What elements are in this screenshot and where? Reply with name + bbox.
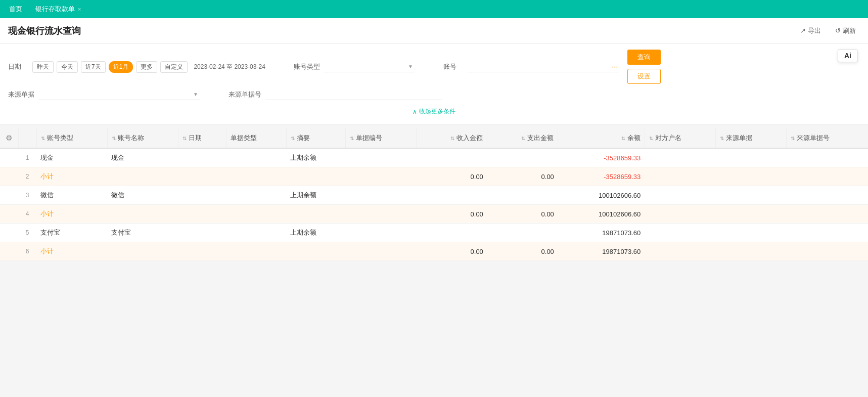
column-index: [18, 128, 36, 148]
account-no-wrapper: ···: [468, 61, 619, 72]
row-expense: [487, 224, 558, 242]
nav-tab-close-银行存取款单[interactable]: ×: [78, 6, 81, 12]
row-doc-no: [346, 205, 417, 224]
column-source-doc[interactable]: ⇅来源单据: [715, 128, 786, 148]
row-income: 0.00: [417, 242, 487, 261]
row-source-doc: [715, 167, 786, 186]
row-counterpart: [645, 148, 715, 167]
source-doc-no-label: 来源单据号: [229, 90, 261, 99]
sort-icon-account-type: ⇅: [41, 136, 45, 141]
row-account-type: 小计: [36, 205, 107, 224]
date-btn-yesterday[interactable]: 昨天: [32, 61, 54, 73]
account-no-label: 账号: [443, 62, 464, 71]
row-checkbox-cell: [0, 148, 18, 167]
column-balance[interactable]: ⇅余额: [558, 128, 645, 148]
nav-tabs: 收款单×付款单×其他收入单×应收应付调整单×银行存取款单×预收冲应收单×收款核销…: [29, 0, 100, 18]
account-type-select[interactable]: 现金 微信 支付宝: [324, 61, 415, 72]
column-counterpart[interactable]: ⇅对方户名: [645, 128, 715, 148]
account-no-dots-button[interactable]: ···: [610, 63, 619, 70]
column-source-doc-no[interactable]: ⇅来源单据号: [786, 128, 868, 148]
table-settings-icon[interactable]: ⚙: [6, 134, 12, 142]
query-button[interactable]: 查询: [627, 50, 661, 65]
row-income: 0.00: [417, 205, 487, 224]
row-expense: [487, 186, 558, 205]
row-summary: 上期余额: [286, 186, 346, 205]
date-range: 2023-02-24 至 2023-03-24: [194, 63, 265, 71]
column-doc-no[interactable]: ⇅单据编号: [346, 128, 417, 148]
sort-icon-source-doc-no: ⇅: [791, 136, 795, 141]
row-source-doc: [715, 242, 786, 261]
date-btn-more[interactable]: 更多: [136, 61, 157, 73]
row-doc-type: [226, 224, 286, 242]
row-checkbox-cell: [0, 167, 18, 186]
page-header: 现金银行流水查询 ↗ 导出 ↺ 刷新: [0, 18, 868, 43]
table-row: 2小计0.000.00-3528659.33: [0, 167, 868, 186]
row-doc-type: [226, 242, 286, 261]
row-checkbox-cell: [0, 205, 18, 224]
account-type-label: 账号类型: [294, 62, 320, 71]
date-btn-custom[interactable]: 自定义: [160, 61, 188, 73]
date-options: 昨天今天近7天近1月更多自定义: [32, 61, 188, 73]
row-balance: -3528659.33: [558, 167, 645, 186]
row-checkbox-cell: [0, 242, 18, 261]
column-expense[interactable]: ⇅支出金额: [487, 128, 558, 148]
column-summary[interactable]: ⇅摘要: [286, 128, 346, 148]
column-income[interactable]: ⇅收入金额: [417, 128, 487, 148]
column-gear: ⚙: [0, 128, 18, 148]
sort-icon-date: ⇅: [182, 136, 187, 141]
row-doc-no: [346, 242, 417, 261]
row-expense: 0.00: [487, 242, 558, 261]
sort-icon-summary: ⇅: [291, 136, 295, 141]
settings-button[interactable]: 设置: [627, 69, 661, 84]
account-no-input[interactable]: [468, 61, 610, 72]
sort-icon-account-name: ⇅: [112, 136, 116, 141]
row-doc-no: [346, 167, 417, 186]
row-account-name: [107, 167, 178, 186]
date-btn-7days[interactable]: 近7天: [81, 61, 106, 73]
top-nav: 首页 收款单×付款单×其他收入单×应收应付调整单×银行存取款单×预收冲应收单×收…: [0, 0, 868, 18]
filter-row-source: 来源单据 ▼ 来源单据号: [8, 89, 860, 100]
row-account-type: 微信: [36, 186, 107, 205]
filter-row-date: 日期 昨天今天近7天近1月更多自定义 2023-02-24 至 2023-03-…: [8, 50, 860, 84]
date-btn-today[interactable]: 今天: [57, 61, 78, 73]
column-account-name[interactable]: ⇅账号名称: [107, 128, 178, 148]
ai-badge[interactable]: Ai: [838, 49, 858, 62]
column-account-type[interactable]: ⇅账号类型: [36, 128, 107, 148]
row-account-name: [107, 242, 178, 261]
column-date[interactable]: ⇅日期: [178, 128, 226, 148]
row-date: [178, 224, 226, 242]
row-account-type: 小计: [36, 242, 107, 261]
collapse-bar[interactable]: ∧ 收起更多条件: [8, 105, 860, 118]
row-summary: [286, 205, 346, 224]
row-source-doc: [715, 148, 786, 167]
date-btn-1month[interactable]: 近1月: [109, 61, 133, 73]
row-expense: [487, 148, 558, 167]
row-income: 0.00: [417, 167, 487, 186]
source-doc-select[interactable]: [38, 89, 200, 100]
date-label: 日期: [8, 62, 28, 71]
row-account-name: 微信: [107, 186, 178, 205]
row-doc-type: [226, 186, 286, 205]
row-balance: 100102606.60: [558, 205, 645, 224]
row-balance: -3528659.33: [558, 148, 645, 167]
nav-home[interactable]: 首页: [2, 0, 29, 18]
source-doc-select-wrapper: ▼: [38, 89, 200, 100]
filter-action-buttons: 查询 设置: [627, 50, 661, 84]
row-account-name: 现金: [107, 148, 178, 167]
sort-icon-doc-no: ⇅: [350, 136, 354, 141]
nav-tab-银行存取款单[interactable]: 银行存取款单×: [29, 0, 100, 18]
row-date: [178, 148, 226, 167]
sort-icon-income: ⇅: [450, 136, 454, 141]
row-counterpart: [645, 167, 715, 186]
row-summary: [286, 242, 346, 261]
row-date: [178, 186, 226, 205]
row-checkbox-cell: [0, 224, 18, 242]
refresh-button[interactable]: ↺ 刷新: [831, 24, 860, 37]
row-counterpart: [645, 186, 715, 205]
export-button[interactable]: ↗ 导出: [796, 24, 825, 37]
row-summary: 上期余额: [286, 224, 346, 242]
source-doc-no-input[interactable]: [265, 89, 442, 100]
row-source-doc-no: [786, 224, 868, 242]
table-body: 1现金现金上期余额-3528659.332小计0.000.00-3528659.…: [0, 148, 868, 261]
row-summary: [286, 167, 346, 186]
